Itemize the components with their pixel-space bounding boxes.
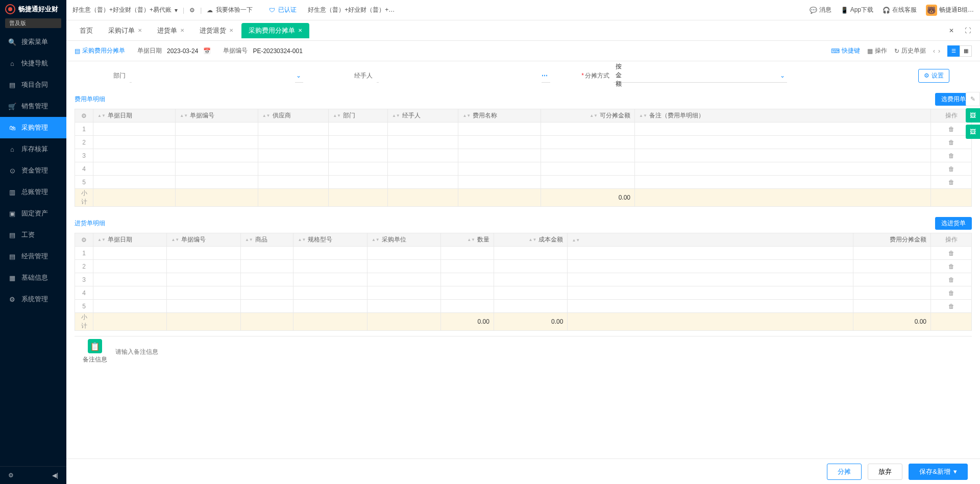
edit-tool[interactable]: ✎: [966, 92, 980, 106]
tab-cost-allocation[interactable]: 采购费用分摊单✕: [241, 23, 309, 38]
gear-column[interactable]: ⚙: [75, 233, 93, 247]
close-icon[interactable]: ✕: [180, 28, 184, 33]
product-combo-2[interactable]: 好生意（普）+好业财（普）+…: [308, 6, 395, 14]
image-tool-2[interactable]: 🖼: [966, 125, 980, 139]
next-doc-button[interactable]: ›: [938, 47, 940, 55]
handler-input[interactable]: [379, 68, 542, 83]
nav-project[interactable]: ▤项目合同: [0, 74, 66, 95]
settings-icon[interactable]: ⚙: [8, 472, 14, 479]
calendar-icon[interactable]: 📅: [203, 47, 211, 55]
nav-assets[interactable]: ▣固定资产: [0, 203, 66, 224]
prev-doc-button[interactable]: ‹: [933, 47, 935, 55]
col-remark[interactable]: ▲▼备注（费用单明细）: [635, 109, 931, 123]
ops-link[interactable]: ▦操作: [867, 46, 887, 55]
col-date[interactable]: ▲▼单据日期: [93, 109, 176, 123]
nav-basic[interactable]: ▦基础信息: [0, 267, 66, 288]
method-select[interactable]: 按金额 ⌄: [614, 68, 787, 83]
col-unit[interactable]: ▲▼采购单位: [367, 233, 440, 247]
nav-purchase[interactable]: 🛍采购管理: [0, 117, 66, 138]
dept-input[interactable]: [132, 68, 295, 83]
col-blank[interactable]: ▲▼: [568, 233, 853, 247]
tab-home[interactable]: 首页: [72, 23, 100, 38]
col-expense-name[interactable]: ▲▼费用名称: [458, 109, 541, 123]
nav-inventory[interactable]: ⌂库存核算: [0, 138, 66, 160]
nav-business[interactable]: ▤经营管理: [0, 246, 66, 267]
discard-button[interactable]: 放弃: [868, 464, 902, 480]
col-spec[interactable]: ▲▼规格型号: [293, 233, 367, 247]
tab-purchase-order[interactable]: 采购订单✕: [101, 23, 149, 38]
nav-quick[interactable]: ⌂快捷导航: [0, 53, 66, 74]
nav-sales[interactable]: 🛒销售管理: [0, 95, 66, 117]
table-row[interactable]: 4🗑: [75, 286, 972, 300]
gear-small-icon[interactable]: ⚙: [189, 7, 195, 14]
remarks-input[interactable]: [115, 348, 964, 355]
subtotal-row: 小计0.000.000.00: [75, 313, 972, 331]
fullscreen-button[interactable]: ⛶: [962, 25, 974, 37]
col-code[interactable]: ▲▼单据编号: [167, 233, 240, 247]
delete-row-button[interactable]: 🗑: [948, 152, 954, 159]
col-alloc-amount[interactable]: ▲▼可分摊金额: [541, 109, 634, 123]
delete-row-button[interactable]: 🗑: [948, 139, 954, 146]
app-download-link[interactable]: 📱App下载: [841, 6, 873, 14]
dept-select[interactable]: ⌄: [130, 68, 303, 83]
delete-row-button[interactable]: 🗑: [948, 165, 954, 173]
table-row[interactable]: 2🗑: [75, 260, 972, 273]
view-list-button[interactable]: ☰: [947, 45, 960, 57]
col-cost[interactable]: ▲▼成本金额: [494, 233, 567, 247]
shortcut-link[interactable]: ⌨快捷键: [831, 46, 860, 55]
table-row[interactable]: 3🗑: [75, 149, 972, 162]
delete-row-button[interactable]: 🗑: [948, 303, 954, 310]
table-row[interactable]: 1🗑: [75, 123, 972, 136]
close-all-button[interactable]: ✕: [945, 25, 958, 37]
chevron-down-icon[interactable]: ▾: [175, 7, 178, 14]
col-alloc[interactable]: 费用分摊金额: [853, 233, 931, 247]
delete-row-button[interactable]: 🗑: [948, 289, 954, 297]
close-icon[interactable]: ✕: [229, 28, 233, 33]
method-label: *分摊方式: [581, 71, 609, 80]
product-combo[interactable]: 好生意（普）+好业财（普）+易代账: [72, 6, 172, 14]
save-new-button[interactable]: 保存&新增▾: [909, 464, 968, 480]
delete-row-button[interactable]: 🗑: [948, 126, 954, 133]
close-icon[interactable]: ✕: [138, 28, 142, 33]
col-date[interactable]: ▲▼单据日期: [93, 233, 167, 247]
image-tool-1[interactable]: 🖼: [966, 108, 980, 123]
nav-salary[interactable]: ▤工资: [0, 224, 66, 246]
select-goods-button[interactable]: 选进货单: [935, 217, 972, 230]
tab-goods-in[interactable]: 进货单✕: [150, 23, 191, 38]
nav-search[interactable]: 🔍搜索菜单: [0, 31, 66, 53]
nav-system[interactable]: ⚙系统管理: [0, 288, 66, 310]
nav-funds[interactable]: ⊙资金管理: [0, 160, 66, 181]
tab-goods-return[interactable]: 进货退货✕: [192, 23, 240, 38]
table-row[interactable]: 4🗑: [75, 162, 972, 176]
nav-ledger[interactable]: ▥总账管理: [0, 181, 66, 203]
handler-select[interactable]: ⋯: [377, 68, 550, 83]
col-product[interactable]: ▲▼商品: [240, 233, 293, 247]
chevron-down-icon: ⌄: [780, 72, 785, 79]
date-value[interactable]: 2023-03-24: [167, 47, 198, 55]
col-dept[interactable]: ▲▼部门: [329, 109, 388, 123]
table-row[interactable]: 5🗑: [75, 176, 972, 189]
gear-column[interactable]: ⚙: [75, 109, 93, 123]
delete-row-button[interactable]: 🗑: [948, 250, 954, 257]
table-row[interactable]: 1🗑: [75, 247, 972, 260]
delete-row-button[interactable]: 🗑: [948, 276, 954, 283]
col-handler[interactable]: ▲▼经手人: [387, 109, 458, 123]
delete-row-button[interactable]: 🗑: [948, 179, 954, 186]
col-qty[interactable]: ▲▼数量: [441, 233, 494, 247]
delete-row-button[interactable]: 🗑: [948, 263, 954, 270]
close-icon[interactable]: ✕: [298, 28, 302, 33]
trial-link[interactable]: 我要体验一下: [216, 6, 253, 14]
table-row[interactable]: 2🗑: [75, 136, 972, 149]
col-code[interactable]: ▲▼单据编号: [176, 109, 258, 123]
user-menu[interactable]: 🐻畅捷通B组…: [926, 5, 974, 16]
field-settings-button[interactable]: ⚙ 设置: [918, 69, 949, 83]
collapse-icon[interactable]: ◀|: [52, 472, 58, 479]
allocate-button[interactable]: 分摊: [827, 464, 862, 480]
history-link[interactable]: ↻历史单据: [894, 46, 926, 55]
view-grid-button[interactable]: ▦: [960, 45, 972, 57]
table-row[interactable]: 5🗑: [75, 300, 972, 313]
messages-link[interactable]: 💬消息: [810, 6, 831, 14]
col-supplier[interactable]: ▲▼供应商: [258, 109, 329, 123]
support-link[interactable]: 🎧在线客服: [883, 6, 917, 14]
table-row[interactable]: 3🗑: [75, 273, 972, 286]
